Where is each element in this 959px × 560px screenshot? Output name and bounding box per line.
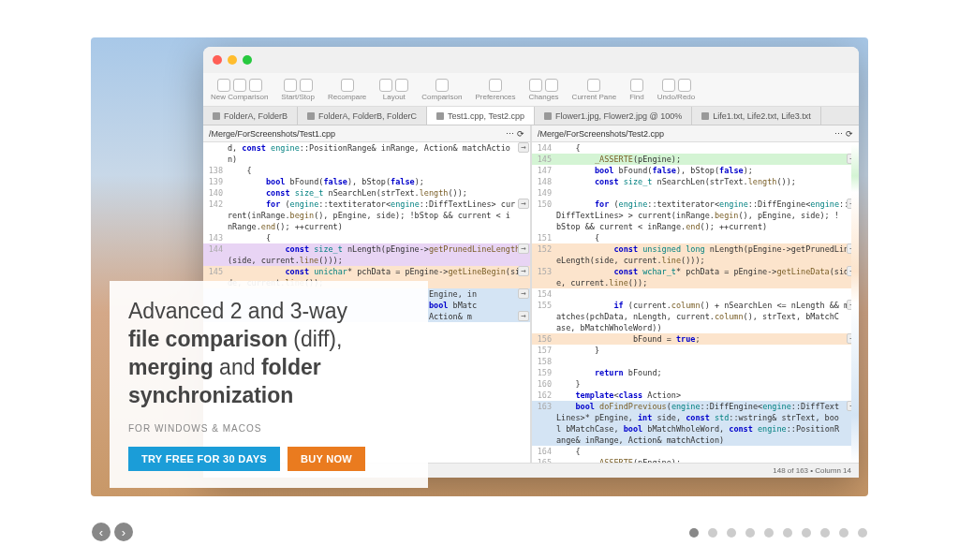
buy-now-button[interactable]: BUY NOW (288, 447, 365, 471)
code-line: 138 { (203, 165, 530, 176)
merge-arrow-icon[interactable]: → (518, 199, 529, 209)
close-icon[interactable] (213, 55, 222, 65)
carousel-dot[interactable] (727, 528, 736, 538)
toolbar: New ComparisonStart/StopRecompareLayoutC… (203, 73, 859, 107)
line-number: 140 (203, 187, 228, 199)
carousel-dot[interactable] (783, 528, 792, 538)
line-content: (side, current.line())); (228, 255, 530, 266)
toolbar-button[interactable] (587, 79, 600, 92)
toolbar-button[interactable] (395, 79, 408, 92)
line-content: bool bFound(false), bStop(false); (228, 176, 530, 187)
toolbar-group: Find (629, 79, 644, 101)
code-line: 152 const unsigned long nLength(pEngine-… (532, 243, 859, 255)
line-number: 160 (532, 378, 556, 390)
carousel-dot[interactable] (839, 528, 848, 538)
toolbar-button[interactable] (435, 79, 449, 92)
line-content: bFound = true; (556, 333, 859, 345)
tabs: FolderA, FolderBFolderA, FolderB, Folder… (203, 107, 859, 125)
line-content: ange& inRange, Action& matchAction) (556, 435, 859, 446)
line-content: const unichar* pchData = pEngine->getLin… (228, 266, 530, 277)
code-line: ange& inRange, Action& matchAction) (532, 435, 859, 446)
toolbar-button[interactable] (489, 79, 502, 92)
line-number: 156 (532, 333, 556, 345)
carousel-dot[interactable] (708, 528, 717, 538)
right-pane: /Merge/ForScreenshots/Test2.cpp⋯ ⟳ 144 {… (532, 125, 859, 463)
code-line: 145 const unichar* pchData = pEngine->ge… (203, 266, 530, 277)
carousel-dot[interactable] (689, 528, 699, 538)
toolbar-button[interactable] (630, 79, 643, 92)
line-number: 151 (532, 232, 556, 243)
code-line: 149 (532, 187, 859, 199)
merge-arrow-icon[interactable]: → (518, 142, 529, 153)
maximize-icon[interactable] (243, 55, 252, 65)
try-free-button[interactable]: TRY FREE FOR 30 DAYS (128, 447, 280, 471)
line-number: 138 (203, 165, 228, 176)
code-line: atches(pchData, nLength, current.column(… (532, 311, 859, 322)
toolbar-button[interactable] (662, 79, 675, 92)
toolbar-label: Undo/Redo (657, 93, 695, 101)
line-content: e, current.line()); (556, 277, 859, 288)
toolbar-button[interactable] (379, 79, 392, 92)
line-content: const size_t nSearchLen(strText.length()… (556, 176, 859, 187)
code-line: bStop && current < inRange.end(); ++curr… (532, 221, 859, 232)
merge-arrow-icon[interactable]: → (518, 311, 529, 321)
merge-arrow-icon[interactable]: → (518, 288, 529, 299)
toolbar-button[interactable] (249, 79, 262, 92)
code-line: 150 for (engine::textiterator<engine::Di… (532, 199, 859, 210)
tab[interactable]: Flower1.jpg, Flower2.jpg @ 100% (535, 107, 692, 125)
code-line: 156 bFound = true;→ (532, 333, 859, 345)
tab[interactable]: FolderA, FolderB (203, 107, 298, 125)
toolbar-button[interactable] (284, 79, 297, 92)
code-line: ase, bMatchWholeWord)) (532, 322, 859, 333)
code-line: Lines>* pEngine, int side, const std::ws… (532, 412, 859, 423)
diff-overview-ruler[interactable] (851, 144, 859, 463)
next-button[interactable]: › (114, 523, 133, 541)
carousel-dot[interactable] (764, 528, 774, 538)
tab-label: Test1.cpp, Test2.cpp (448, 111, 524, 121)
line-number: 165 (532, 457, 556, 463)
line-content: return bFound; (556, 367, 859, 378)
carousel-dot[interactable] (858, 528, 867, 538)
carousel-dot[interactable] (820, 528, 830, 538)
line-content: { (556, 142, 859, 154)
code-line: 142 for (engine::textiterator<engine::Di… (203, 199, 530, 210)
tab[interactable]: FolderA, FolderB, FolderC (298, 107, 427, 125)
carousel-dot[interactable] (802, 528, 811, 538)
line-content: bool doFindPrevious(engine::DiffEngine<e… (556, 401, 859, 412)
line-content (556, 288, 859, 300)
code-line: 160 } (532, 378, 859, 390)
code-line: 145 _ASSERTE(pEngine);→ (532, 154, 859, 165)
line-number (532, 210, 556, 221)
line-number: 142 (203, 199, 228, 210)
toolbar-button[interactable] (233, 79, 246, 92)
code-line: nRange.end(); ++current) (203, 221, 530, 232)
toolbar-label: Current Pane (572, 93, 617, 101)
code-line: d, const engine::PositionRange& inRange,… (203, 142, 530, 154)
marketing-title: Advanced 2 and 3-way file comparison (di… (128, 298, 409, 410)
toolbar-group: Recompare (328, 79, 366, 101)
line-content (556, 187, 859, 199)
carousel-dot[interactable] (745, 528, 755, 538)
toolbar-button[interactable] (341, 79, 354, 92)
toolbar-button[interactable] (300, 79, 313, 92)
line-number: 157 (532, 345, 556, 356)
toolbar-group: New Comparison (211, 79, 268, 101)
prev-button[interactable]: ‹ (92, 523, 111, 541)
toolbar-label: New Comparison (211, 93, 268, 101)
toolbar-button[interactable] (529, 79, 542, 92)
line-number (203, 142, 228, 154)
merge-arrow-icon[interactable]: → (518, 243, 529, 254)
right-code[interactable]: 144 {145 _ASSERTE(pEngine);→147 bool bFo… (532, 142, 859, 463)
toolbar-button[interactable] (678, 79, 691, 92)
line-content: bStop && current < inRange.end(); ++curr… (556, 221, 859, 232)
document-icon (307, 112, 315, 120)
toolbar-label: Comparison (421, 93, 462, 101)
toolbar-group: Preferences (475, 79, 515, 101)
toolbar-button[interactable] (217, 79, 230, 92)
tab[interactable]: Life1.txt, Life2.txt, Life3.txt (692, 107, 821, 125)
toolbar-button[interactable] (545, 79, 558, 92)
toolbar-group: Start/Stop (281, 79, 315, 101)
merge-arrow-icon[interactable]: → (518, 266, 529, 276)
minimize-icon[interactable] (228, 55, 237, 65)
tab[interactable]: Test1.cpp, Test2.cpp (427, 107, 535, 125)
